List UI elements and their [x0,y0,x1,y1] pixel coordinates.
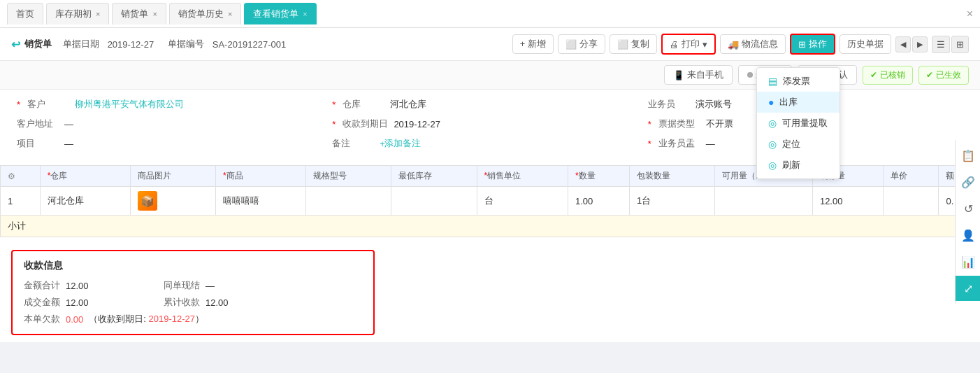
grid-view-button[interactable]: ⊞ [951,36,969,53]
col-image: 商品图片 [130,166,215,187]
project-group: 项目 — [17,137,332,150]
customer-required-star: * [17,99,20,110]
warehouse-value: 河北仓库 [390,98,426,111]
subtotal-label: 小计 [1,216,980,237]
col-price: 单价 [883,166,939,187]
gear-icon[interactable]: ⚙ [8,171,15,181]
history-button[interactable]: 历史单据 [840,34,891,54]
payment-date-value: 2019-12-27 [394,119,440,129]
warehouse-group: * 仓库 河北仓库 [332,98,647,111]
warehouse-required-star: * [332,99,336,110]
col-spec: 规格型号 [306,166,391,187]
print-dropdown-arrow: ▾ [702,39,707,50]
tab-sales-close[interactable]: × [152,10,157,18]
outbound-icon: ● [768,97,774,108]
tab-view-sales-label: 查看销货单 [253,8,298,20]
tab-sales-history[interactable]: 销货单历史 × [169,3,241,24]
tab-view-sales-close[interactable]: × [303,10,307,18]
copy-button[interactable]: ⬜ 复制 [610,34,657,54]
cell-unit: 台 [477,187,568,216]
tab-inventory-label: 库存期初 [55,8,92,20]
staff-value: 演示账号 [696,98,732,111]
tab-sales[interactable]: 销货单 × [112,3,166,24]
cumulative-label: 累计收款 [164,296,200,309]
share-icon: ⬜ [565,39,577,50]
invoice-icon: ▤ [768,76,777,87]
phone-icon: 📱 [673,70,684,80]
cell-image: 📦 [130,187,215,216]
form-title-text: 销货单 [24,38,52,50]
note-group: 备注 + 添加备注 [332,137,647,150]
tab-home[interactable]: 首页 [7,3,43,24]
same-order-label: 同单现结 [164,279,200,292]
sidebar-icon-1[interactable]: 📋 [956,143,980,168]
dropdown-menu: ▤ 添发票 ● 出库 ◎ 可用量提取 ◎ 定位 ◎ 刷新 [756,67,840,179]
dropdown-item-refresh[interactable]: ◎ 刷新 [757,155,840,176]
operation-icon: ⊞ [798,39,806,50]
amount-total-value: 12.00 [66,281,89,291]
tab-sales-history-close[interactable]: × [228,10,232,18]
add-button[interactable]: + 新增 [512,34,554,54]
closed-badge[interactable]: ✔ 已核销 [863,66,913,85]
payment-wrapper: 收款信息 金额合计 12.00 同单现结 — 成交金额 12.00 [0,237,980,342]
sidebar-icon-5[interactable]: 📊 [956,249,980,274]
tab-view-sales[interactable]: 查看销货单 × [244,3,316,24]
form-title: ↩ 销货单 [11,38,52,51]
add-note-button[interactable]: + 添加备注 [380,137,421,150]
customer-label: 客户 [27,98,69,111]
payment-section: 收款信息 金额合计 12.00 同单现结 — 成交金额 12.00 [11,250,375,335]
dropdown-item-invoice[interactable]: ▤ 添发票 [757,71,840,92]
warehouse-label: 仓库 [343,98,384,111]
tab-bar: 首页 库存期初 × 销货单 × 销货单历史 × 查看销货单 × × [0,0,980,28]
cell-spec [306,187,391,216]
cell-seq: 1 [1,187,41,216]
effect-badge[interactable]: ✔ 已生效 [918,66,969,85]
dropdown-item-available[interactable]: ◎ 可用量提取 [757,113,840,134]
print-button[interactable]: 🖨 打印 ▾ [661,34,716,55]
tab-inventory[interactable]: 库存期初 × [46,3,109,24]
prev-button[interactable]: ◀ [895,36,911,52]
next-button[interactable]: ▶ [912,36,928,52]
sidebar-icon-4[interactable]: 👤 [956,223,980,248]
tab-inventory-close[interactable]: × [96,10,100,18]
sidebar-icon-2[interactable]: 🔗 [956,169,980,195]
close-window-button[interactable]: × [967,8,973,20]
from-phone-button[interactable]: 📱 来自手机 [664,65,733,85]
logistics-button[interactable]: 🚚 物流信息 [720,34,786,54]
note-label: 备注 [332,137,374,150]
col-warehouse: *仓库 [40,166,130,187]
address-value: — [64,119,73,129]
locate-icon: ◎ [768,139,777,150]
due-amount-label: 本单欠款 [24,313,60,325]
dropdown-item-outbound[interactable]: ● 出库 [757,92,840,113]
dropdown-item-locate[interactable]: ◎ 定位 [757,134,840,155]
due-note: （收款到期日: 2019-12-27） [89,313,204,325]
staff2-required-star: * [648,139,651,149]
cell-product: 嘻嘻嘻嘻 [216,187,306,216]
due-amount-row: 本单欠款 0.00 （收款到期日: 2019-12-27） [24,313,303,325]
payment-date-required-star: * [332,119,336,129]
operation-button[interactable]: ⊞ 操作 [790,34,835,55]
view-icons: ☰ ⊞ [932,36,969,53]
amount-total-row: 金额合计 12.00 [24,279,164,292]
sidebar-icon-expand[interactable]: ⤢ [956,276,980,301]
project-label: 项目 [17,137,59,150]
nav-arrows: ◀ ▶ [895,36,928,52]
ticket-type-value: 不开票 [706,118,733,130]
add-note-text: 添加备注 [384,137,421,150]
amount-total-label: 金额合计 [24,279,60,292]
sidebar-icon-3[interactable]: ↺ [956,196,980,221]
list-view-button[interactable]: ☰ [932,36,950,53]
print-icon: 🖨 [670,39,679,50]
form-date-label: 单据日期 2019-12-27 [63,38,154,50]
cumulative-row: 累计收款 12.00 [164,296,303,309]
deal-amount-row: 成交金额 12.00 [24,296,164,309]
ticket-type-required-star: * [648,119,651,129]
refresh-icon: ◎ [768,160,777,171]
col-pack: 包装数量 [629,166,714,187]
share-button[interactable]: ⬜ 分享 [558,34,605,54]
tab-sales-label: 销货单 [121,8,148,20]
col-gear[interactable]: ⚙ [1,166,41,187]
customer-value[interactable]: 柳州粤港平安气体有限公司 [75,98,184,111]
cumulative-value: 12.00 [206,297,229,308]
